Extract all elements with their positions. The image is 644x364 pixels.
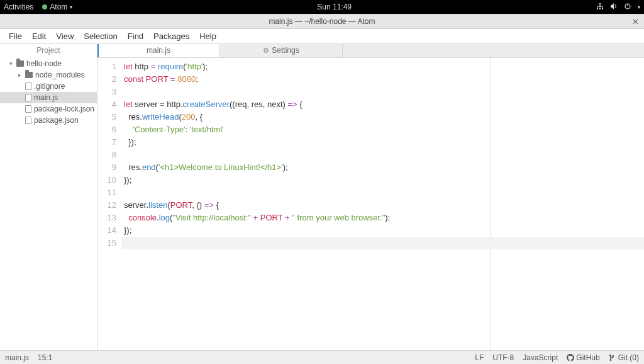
tree-file--gitignore[interactable]: .gitignore [0,81,97,92]
line-number: 13 [97,212,116,224]
status-line-ending[interactable]: LF [475,353,484,362]
menu-selection[interactable]: Selection [79,30,122,43]
menu-file[interactable]: File [4,30,27,43]
line-number: 9 [97,161,116,174]
tab-bar: main.js⚙Settings [97,44,644,58]
status-git[interactable]: Git (0) [609,353,639,362]
code-line: let server = http.createServer((req, res… [124,98,644,111]
line-number: 7 [97,136,116,149]
code-line: server.listen(PORT, () => { [124,199,644,212]
folder-icon [25,72,33,78]
app-menu[interactable]: Atom ▾ [42,3,72,11]
line-number: 10 [97,174,116,186]
status-grammar[interactable]: JavaScript [523,353,558,362]
active-tab-indicator [97,44,99,57]
tab-main-js[interactable]: main.js [97,44,220,57]
status-cursor[interactable]: 15:1 [38,353,52,362]
line-number: 8 [97,149,116,161]
line-number: 3 [97,86,116,98]
tab-settings[interactable]: ⚙Settings [220,44,343,57]
code-line: res.writeHead(200, { [124,111,644,123]
file-icon [25,117,31,124]
tree-item-label: node_modules [35,71,85,79]
folder-icon [16,60,24,67]
line-number: 5 [97,111,116,123]
menu-packages[interactable]: Packages [148,30,194,43]
tab-label: main.js [147,46,170,55]
file-icon [25,105,31,113]
svg-rect-0 [599,3,601,4]
status-file[interactable]: main.js [5,353,29,362]
code-line [124,149,644,161]
github-icon [567,354,574,361]
code-line: }); [124,224,644,237]
power-icon[interactable] [624,3,631,12]
status-git-label: Git (0) [618,353,639,362]
menu-find[interactable]: Find [123,30,148,43]
project-sidebar: Project ▾hello-node▸node_modules.gitigno… [0,44,97,350]
tree-folder-node_modules[interactable]: ▸node_modules [0,69,97,81]
chevron-icon: ▸ [16,72,23,78]
window-title: main.js — ~/hello-node — Atom [269,17,375,26]
close-icon[interactable]: ✕ [632,17,639,26]
code-line: }); [124,136,644,149]
menu-edit[interactable]: Edit [27,30,51,43]
code-line: let http = require('http'); [124,60,644,73]
code-line: 'Content-Type': 'text/html' [124,123,644,136]
code-area[interactable]: let http = require('http');const PORT = … [121,58,644,350]
code-line: console.log("Visit http://localhost:" + … [124,212,644,224]
code-line: const PORT = 8080; [124,73,644,86]
activities-button[interactable]: Activities [4,3,33,11]
line-number: 15 [97,237,116,249]
tree-folder-hello-node[interactable]: ▾hello-node [0,58,97,69]
window-titlebar: main.js — ~/hello-node — Atom ✕ [0,14,644,29]
code-line [124,237,644,249]
volume-icon[interactable] [610,3,618,12]
svg-rect-3 [602,8,603,9]
tree-item-label: hello-node [26,59,62,68]
tree-item-label: package-lock.json [34,105,94,113]
chevron-down-icon: ▾ [638,4,640,10]
line-number: 6 [97,123,116,136]
line-number: 12 [97,199,116,212]
git-branch-icon [609,354,616,361]
tab-label: Settings [272,46,299,55]
tree-item-label: .gitignore [34,82,65,91]
code-line: res.end('<h1>Welcome to LinuxHint!</h1>'… [124,161,644,174]
line-number: 1 [97,60,116,73]
tree-file-package-json[interactable]: package.json [0,115,97,126]
network-icon[interactable] [596,3,604,12]
file-icon [25,94,31,101]
tree-item-label: main.js [34,93,58,102]
tree-item-label: package.json [34,116,79,125]
code-line: }); [124,174,644,186]
app-menu-label: Atom [50,3,67,11]
file-icon [25,82,31,90]
status-bar: main.js 15:1 LF UTF-8 JavaScript GitHub … [0,350,644,364]
gnome-top-bar: Activities Atom ▾ Sun 11:49 ▾ [0,0,644,14]
menu-view[interactable]: View [51,30,79,43]
line-number: 2 [97,73,116,86]
code-line [124,186,644,199]
status-github-label: GitHub [576,353,599,362]
tree-file-main-js[interactable]: main.js [0,92,97,103]
gutter: 123456789101112131415 [97,58,121,350]
code-line [124,86,644,98]
line-number: 14 [97,224,116,237]
atom-menu-bar: FileEditViewSelectionFindPackagesHelp [0,29,644,44]
file-tree: ▾hello-node▸node_modules.gitignoremain.j… [0,57,97,350]
line-number: 11 [97,186,116,199]
svg-rect-2 [599,8,601,9]
text-editor[interactable]: 123456789101112131415 let http = require… [97,58,644,350]
menu-help[interactable]: Help [194,30,221,43]
tree-file-package-lock-json[interactable]: package-lock.json [0,103,97,115]
svg-rect-1 [597,8,598,9]
clock[interactable]: Sun 11:49 [72,3,596,11]
line-number: 4 [97,98,116,111]
settings-icon: ⚙ [263,47,269,54]
chevron-icon: ▾ [8,60,14,67]
atom-app-icon [42,4,47,9]
status-github[interactable]: GitHub [567,353,599,362]
status-encoding[interactable]: UTF-8 [492,353,514,362]
sidebar-title: Project [0,44,97,57]
